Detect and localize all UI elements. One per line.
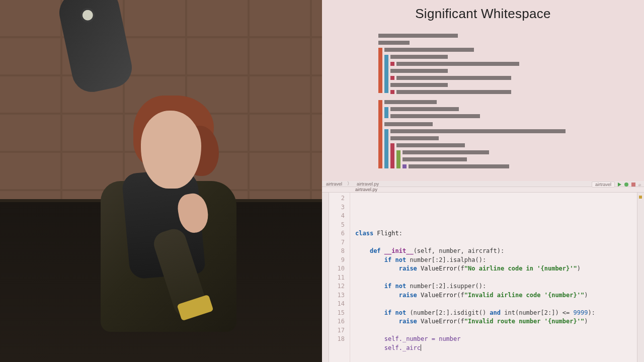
ide-nav-bar: airtravel 〉 airtravel.py airtravel ⌕ bbox=[322, 181, 644, 187]
presenter-figure bbox=[80, 80, 252, 342]
run-config-selector[interactable]: airtravel bbox=[592, 182, 615, 188]
whitespace-diagram bbox=[377, 34, 589, 170]
search-icon[interactable]: ⌕ bbox=[638, 182, 641, 187]
screen-share: Significant Whitespace bbox=[322, 0, 644, 362]
project-root-breadcrumb[interactable]: airtravel bbox=[326, 182, 342, 187]
slide-title: Significant Whitespace bbox=[415, 6, 551, 22]
run-icon[interactable] bbox=[618, 183, 621, 187]
presenter-video bbox=[0, 0, 322, 362]
code-editor[interactable]: class Flight: def __init__(self, number,… bbox=[350, 193, 637, 362]
stop-icon[interactable] bbox=[631, 183, 635, 187]
current-file-breadcrumb[interactable]: airtravel.py bbox=[357, 182, 379, 187]
editor-tab-bar: airtravel.py bbox=[322, 187, 644, 193]
debug-icon[interactable] bbox=[624, 183, 628, 187]
left-tool-rail[interactable] bbox=[322, 193, 329, 362]
pycharm-ide: airtravel 〉 airtravel.py airtravel ⌕ air… bbox=[322, 181, 644, 362]
text-caret bbox=[421, 344, 421, 351]
presentation-slide: Significant Whitespace bbox=[322, 0, 644, 181]
line-number-gutter: 23456789101112131415161718 bbox=[329, 193, 350, 362]
right-tool-rail[interactable] bbox=[637, 193, 644, 362]
editor-tab-airtravel[interactable]: airtravel.py bbox=[351, 187, 381, 192]
